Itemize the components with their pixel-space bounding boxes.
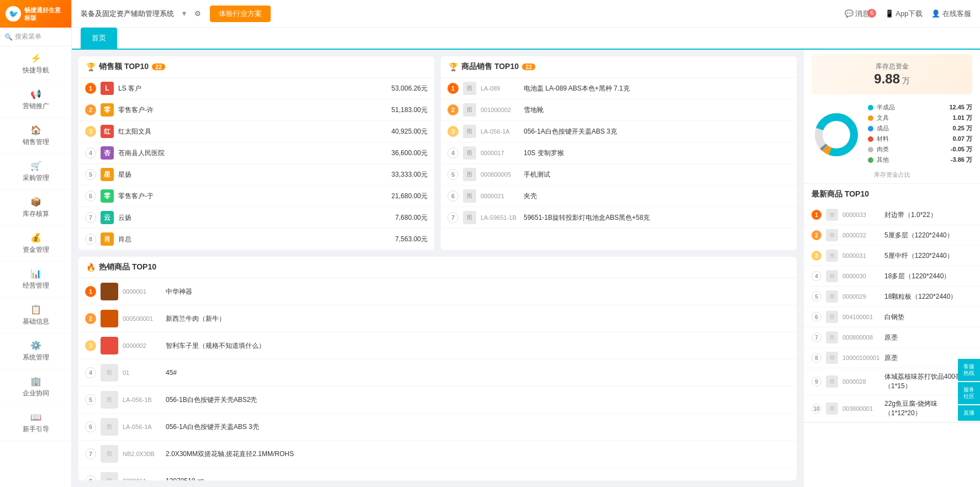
inventory-label: 库存总资金 xyxy=(820,62,963,71)
sidebar-search[interactable]: 🔍 搜索菜单 xyxy=(0,28,71,46)
legend-value: 0.07 万 xyxy=(953,135,972,143)
list-item: 6 图 LA-056-1A 056-1A白色按键开关盖ABS 3壳 xyxy=(78,414,797,441)
product-code: LA-59651-1B xyxy=(481,214,519,221)
customer-name: LS 客户 xyxy=(118,84,387,93)
product-code: LA-056-1B xyxy=(123,396,161,403)
float-btn-live[interactable]: 直播 xyxy=(958,405,980,421)
new-prod-title-text: 最新商品 TOP10 xyxy=(812,189,869,199)
legend-dot xyxy=(868,157,873,163)
customer-rank-list: 1 L LS 客户 53,006.26元 2 零 零售客户-许 51,183.0… xyxy=(78,78,434,250)
table-row: 4 杏 苍南县人民医院 36,600.00元 xyxy=(78,142,434,164)
hot-products-title: 热销商品 TOP10 xyxy=(99,262,156,272)
sidebar-item-shortcut[interactable]: ⚡ 快捷导航 xyxy=(0,46,71,82)
service-label: 在线客服 xyxy=(942,9,971,18)
app-link[interactable]: 📱 App下载 xyxy=(885,9,923,19)
rank-number: 7 xyxy=(85,448,96,459)
product-name: 10S 变制罗猴 xyxy=(524,149,790,158)
rank-number: 4 xyxy=(85,367,96,378)
sidebar-item-system[interactable]: ⚙️ 系统管理 xyxy=(0,334,71,369)
sidebar-item-label: 基础信息 xyxy=(23,317,49,326)
sidebar-item-marketing[interactable]: 📢 营销推广 xyxy=(0,82,71,118)
customer-rank-card: 🏆 销售额 TOP10 22 1 L LS 客户 53,006.26元 2 零 … xyxy=(78,56,434,250)
rank-number: 5 xyxy=(447,169,459,180)
rank-number: 7 xyxy=(85,212,96,223)
product-img xyxy=(101,283,118,300)
product-img: 图 xyxy=(463,168,476,181)
product-code: 10000100001 xyxy=(842,354,880,361)
sidebar-item-finance[interactable]: 💰 资金管理 xyxy=(0,226,71,262)
sidebar-item-operation[interactable]: 📊 经营管理 xyxy=(0,262,71,298)
hot-products-card: 🔥 热销商品 TOP10 1 0000001 中华神器 2 000500001 … xyxy=(78,257,797,480)
list-item: 5 图 LA-056-1B 056-1B白色按键开关壳ABS2壳 xyxy=(78,387,797,414)
product-code: 0000029 xyxy=(842,293,880,300)
marketing-icon: 📢 xyxy=(30,89,41,99)
table-row: 7 图 LA-59651-1B 59651-1B旋转投影灯电池盒ABS黑色+58… xyxy=(441,207,797,229)
customer-value: 40,925.00元 xyxy=(392,127,428,136)
tab-home[interactable]: 首页 xyxy=(81,28,117,49)
product-img: 图 xyxy=(101,391,118,409)
search-icon: 🔍 xyxy=(4,33,13,41)
product-code: 000500001 xyxy=(123,315,161,322)
legend-name: 材料 xyxy=(877,135,950,143)
rank-number: 1 xyxy=(85,83,96,94)
product-code: 01 xyxy=(123,369,161,376)
avatar: 杏 xyxy=(101,146,114,160)
float-btn-community[interactable]: 服务社区 xyxy=(958,382,980,404)
product-name: 056-1A白色按键开关盖ABS 3壳 xyxy=(166,422,790,432)
product-name: 5厘多层（1220*2440） xyxy=(884,231,972,240)
trial-button[interactable]: 体验行业方案 xyxy=(210,6,271,22)
customer-rank-header: 🏆 销售额 TOP10 22 xyxy=(78,56,434,78)
product-code: 0000032 xyxy=(842,232,880,239)
product-code: 004100001 xyxy=(842,314,880,320)
settings-icon[interactable]: ⚙ xyxy=(194,9,201,18)
product-name: 056-1B白色按键开关壳ABS2壳 xyxy=(166,395,790,405)
sidebar-logo: 🐦 畅捷通好生意 标版 xyxy=(0,0,71,28)
rank-number: 1 xyxy=(812,210,821,220)
sidebar-item-sales[interactable]: 🏠 销售管理 xyxy=(0,118,71,154)
customer-name: 红太阳文具 xyxy=(118,127,387,136)
message-link[interactable]: 💬 消息6 xyxy=(845,9,877,19)
list-item: 3 图 0000031 5厘中纤（1220*2440） xyxy=(804,246,980,266)
list-item: 7 图 000800008 原垄 xyxy=(804,327,980,348)
rank-number: 6 xyxy=(812,312,821,322)
dropdown-icon[interactable]: ▼ xyxy=(181,9,188,18)
rank-number: 2 xyxy=(85,313,96,324)
sidebar-item-base[interactable]: 📋 基础信息 xyxy=(0,298,71,334)
table-row: 2 图 001000002 雪地靴 xyxy=(441,99,797,121)
table-row: 6 图 0000021 夹壳 xyxy=(441,186,797,207)
sidebar-item-guide[interactable]: 📖 新手引导 xyxy=(0,405,71,441)
sidebar-item-company[interactable]: 🏢 企业协同 xyxy=(0,369,71,405)
product-code: 0000033 xyxy=(842,211,880,218)
inventory-value-row: 9.88 万 xyxy=(820,71,963,87)
guide-icon: 📖 xyxy=(30,412,41,422)
product-img: 图 xyxy=(826,270,838,282)
sidebar-nav: ⚡ 快捷导航 📢 营销推广 🏠 销售管理 🛒 采购管理 📦 库存核算 💰 资金管… xyxy=(0,46,71,487)
legend-item: 其他 -3.86 万 xyxy=(868,156,972,164)
product-name: 59651-1B旋转投影灯电池盒ABS黑色+58克 xyxy=(524,213,790,223)
product-img: 图 xyxy=(826,375,838,388)
avatar: 星 xyxy=(101,168,114,181)
table-row: 7 云 云扬 7,680.00元 xyxy=(78,207,434,229)
product-code: LA-056-1A xyxy=(481,128,519,135)
rank-number: 8 xyxy=(85,475,96,480)
sidebar-item-inventory[interactable]: 📦 库存核算 xyxy=(0,190,71,226)
list-item: 1 0000001 中华神器 xyxy=(78,278,797,305)
inventory-section: 库存总资金 9.88 万 xyxy=(804,54,980,184)
new-products-title: 最新商品 TOP10 xyxy=(804,184,980,205)
legend-name: 肉类 xyxy=(877,145,947,153)
service-link[interactable]: 👤 在线客服 xyxy=(931,9,971,19)
right-panel: 库存总资金 9.88 万 xyxy=(803,50,980,487)
table-row: 2 零 零售客户-许 51,183.00元 xyxy=(78,99,434,121)
sidebar: 🐦 畅捷通好生意 标版 🔍 搜索菜单 ⚡ 快捷导航 📢 营销推广 🏠 销售管理 … xyxy=(0,0,72,487)
product-rank-badge: 22 xyxy=(522,63,535,70)
rank-number: 2 xyxy=(447,104,459,115)
legend-dot xyxy=(868,105,873,110)
float-btn-service[interactable]: 客服热线 xyxy=(958,359,980,381)
list-item: 8 图 0000011 12070519-xs xyxy=(78,468,797,480)
customer-name: 零售客户-许 xyxy=(118,105,387,115)
product-img: 图 xyxy=(826,403,838,415)
product-name: 新西兰牛肉（新牛） xyxy=(166,314,790,324)
sidebar-item-purchase[interactable]: 🛒 采购管理 xyxy=(0,154,71,190)
inv-ratio-label: 库存资金占比 xyxy=(804,171,980,183)
table-row: 5 图 000800005 手机测试 xyxy=(441,164,797,186)
